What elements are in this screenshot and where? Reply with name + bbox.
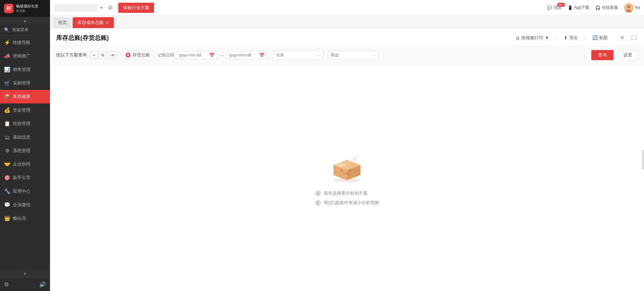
calendar-end-icon[interactable]: 📅	[259, 53, 265, 58]
filter-add-btn[interactable]: +	[90, 51, 98, 59]
page-header: 库存总账(存货总账) 🖨 按模板打印 ▼ | ⬆ 导出 | 🔄 刷新 ✕	[50, 28, 644, 46]
svg-text:?: ?	[353, 157, 356, 163]
sidebar-item-enterprise[interactable]: 🤝 企业协同	[0, 157, 50, 171]
scroll-up-btn[interactable]: ▲	[0, 17, 50, 24]
search-menu-item[interactable]: 🔍 搜索菜单	[0, 24, 50, 36]
logo-name: 畅捷通好生意	[16, 4, 39, 8]
svg-text:?: ?	[356, 155, 358, 159]
online-service-btn[interactable]: 🎧 在线客服	[595, 5, 618, 10]
search-menu-label: 搜索菜单	[12, 27, 28, 33]
settings-btn[interactable]: 设置	[618, 50, 638, 60]
tip-text-2: 用[过滤]条件来缩小分析范围	[324, 200, 379, 206]
panel-close-btn[interactable]: ✕	[619, 33, 626, 42]
sidebar-item-finance[interactable]: 💰 资金管理	[0, 103, 50, 117]
tip-num-2: 2	[315, 200, 321, 206]
headset-icon: 🎧	[595, 5, 600, 10]
header-gear-btn[interactable]: ⚙	[105, 3, 115, 13]
sidebar-item-appcenter[interactable]: 🔧 应用中心	[0, 185, 50, 198]
date-separator: —	[220, 53, 224, 58]
sidebar-item-label: 快捷导航	[13, 40, 30, 46]
warehouse-more-icon[interactable]: ···	[317, 53, 321, 58]
sidebar-item-system[interactable]: ⚙ 系统管理	[0, 144, 50, 157]
app-download-btn[interactable]: 📱 App下载	[568, 5, 589, 10]
empty-illustration: ? ?	[327, 146, 367, 184]
sidebar-nav: ⚡ 快捷导航 📣 营销推广 📊 销售管理 🛒 采购管理 📦 库存核算 💰 资金管…	[0, 36, 50, 270]
scheme-name: 存货总账	[132, 52, 150, 58]
finance-icon: 💰	[4, 107, 10, 113]
empty-tips: 1 请先选择要分析的方案 2 用[过滤]条件来缩小分析范围	[315, 190, 379, 209]
wechat-icon: 💬	[4, 202, 10, 208]
svg-point-1	[627, 5, 630, 8]
export-btn[interactable]: ⬆ 导出	[561, 33, 580, 42]
sidebar-item-newguide[interactable]: 🎯 新手引导	[0, 171, 50, 185]
date-end-wrap: 📅	[226, 51, 268, 59]
sidebar-item-label: 库存核算	[13, 94, 30, 100]
message-btn[interactable]: 💬 消息 99+	[547, 5, 562, 10]
tab-close-icon[interactable]: ✕	[106, 20, 109, 25]
sidebar-item-inventory[interactable]: 📦 库存核算	[0, 90, 50, 103]
sidebar-item-operation[interactable]: 📋 经营管理	[0, 117, 50, 130]
online-service-label: 在线客服	[602, 5, 618, 10]
tip-num-1: 1	[315, 190, 321, 196]
product-filter[interactable]: 商品 ···	[328, 51, 378, 60]
sidebar-item-label: 应用中心	[13, 188, 30, 194]
scroll-indicator	[642, 150, 644, 170]
enterprise-icon: 🤝	[4, 161, 10, 167]
tab-inventory-cost[interactable]: 库存成本总账 ✕	[73, 17, 114, 28]
svg-point-9	[341, 170, 343, 172]
top-header: ▼ ⚙ 体验行业方案 💬 消息 99+ 📱 App下载 🎧 在线客服	[50, 0, 644, 16]
warehouse-filter[interactable]: 仓库 ···	[273, 51, 324, 60]
tab-home-label: 首页	[58, 20, 67, 26]
sidebar-item-label: 销售管理	[13, 67, 30, 73]
sidebar-item-member[interactable]: 👑 畅会员	[0, 212, 50, 225]
sidebar-item-label: 企业微信	[13, 202, 30, 208]
product-label: 商品	[331, 52, 370, 58]
purchase-icon: 🛒	[4, 80, 10, 86]
footer-speaker-icon[interactable]: 🔊	[39, 281, 46, 288]
date-start-wrap: 📅	[176, 51, 218, 59]
filter-scheme-btn[interactable]: ⊕	[99, 51, 106, 59]
sidebar-item-wechat[interactable]: 💬 企业微信	[0, 198, 50, 212]
industry-btn[interactable]: 体验行业方案	[118, 3, 154, 13]
date-end-input[interactable]	[229, 53, 258, 57]
sidebar-item-purchase[interactable]: 🛒 采购管理	[0, 76, 50, 90]
sidebar-item-marketing[interactable]: 📣 营销推广	[0, 49, 50, 63]
newguide-icon: 🎯	[4, 175, 10, 181]
operation-icon: 📋	[4, 121, 10, 127]
sidebar-item-label: 资金管理	[13, 107, 30, 113]
avatar	[624, 3, 634, 13]
refresh-icon: 🔄	[592, 35, 598, 40]
scheme-selector[interactable]: 存货总账	[122, 50, 154, 60]
sidebar-item-basic[interactable]: 🗂 基础信息	[0, 130, 50, 144]
print-icon: 🖨	[516, 35, 520, 40]
page-actions: 🖨 按模板打印 ▼ | ⬆ 导出 | 🔄 刷新 ✕ ⛶	[513, 33, 638, 42]
logo-icon: 好	[4, 4, 14, 13]
app-logo: 好 畅捷通好生意 标准版	[0, 0, 50, 17]
nav-dropdown-btn[interactable]: ▼	[99, 5, 103, 10]
empty-state: ? ? 1 请先选择要分析的方案 2 用[过滤]条件来缩小分析范围	[50, 65, 644, 291]
product-more-icon[interactable]: ···	[372, 53, 375, 58]
tab-inventory-cost-label: 库存成本总账	[77, 20, 104, 26]
panel-expand-btn[interactable]: ⛶	[630, 33, 638, 42]
refresh-btn[interactable]: 🔄 刷新	[590, 33, 611, 42]
appcenter-icon: 🔧	[4, 188, 10, 194]
date-start-input[interactable]	[179, 53, 208, 57]
nav-search-input[interactable]	[54, 4, 98, 11]
query-btn[interactable]: 查询	[591, 50, 614, 60]
sidebar-item-quick-nav[interactable]: ⚡ 快捷导航	[0, 36, 50, 49]
filter-collapse-btn[interactable]: ≪	[109, 51, 117, 59]
basic-icon: 🗂	[4, 135, 10, 140]
refresh-label: 刷新	[599, 35, 608, 41]
sidebar-item-label: 新手引导	[13, 175, 30, 181]
sidebar-item-sales[interactable]: 📊 销售管理	[0, 63, 50, 76]
footer-settings-icon[interactable]: ⚙	[4, 281, 9, 288]
tab-home[interactable]: 首页	[53, 17, 72, 28]
scroll-down-btn[interactable]: ▼	[0, 270, 50, 277]
print-btn[interactable]: 🖨 按模板打印 ▼	[513, 33, 552, 42]
member-icon: 👑	[4, 215, 10, 221]
calendar-start-icon[interactable]: 📅	[209, 53, 215, 58]
filter-right: 查询 设置	[588, 50, 638, 60]
print-label: 按模板打印	[521, 35, 543, 41]
user-area[interactable]: Rit	[624, 3, 640, 13]
header-left: ▼ ⚙ 体验行业方案	[54, 3, 547, 13]
